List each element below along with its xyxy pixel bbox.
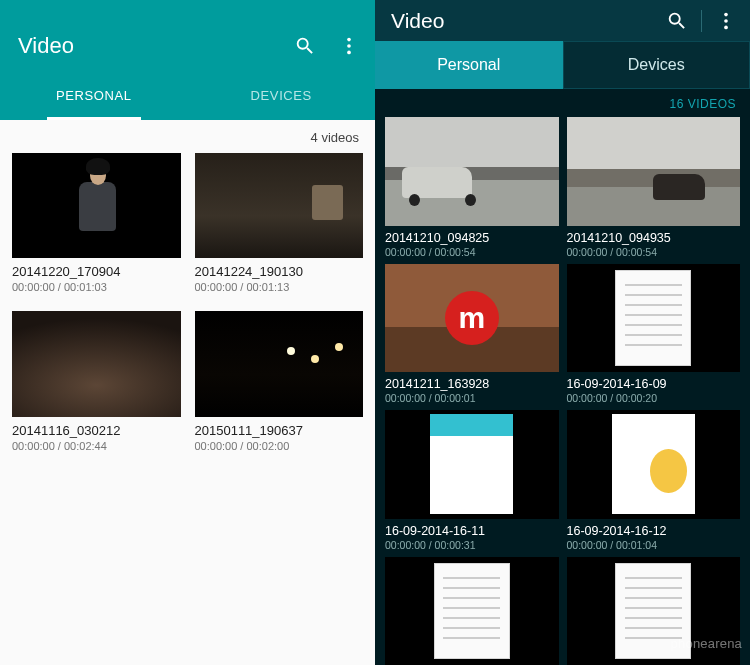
video-item[interactable]: 20141211_163928 00:00:00 / 00:00:01 (385, 264, 559, 404)
separator (701, 10, 702, 32)
video-name: 20141211_163928 (385, 377, 559, 391)
video-duration: 00:00:00 / 00:00:31 (385, 539, 559, 551)
video-item[interactable]: 16-09-2014-16-09 00:00:00 / 00:00:20 (567, 264, 741, 404)
video-name: 20141116_030212 (12, 423, 181, 438)
tab-devices[interactable]: Devices (563, 41, 751, 89)
video-duration: 00:00:00 / 00:00:20 (567, 392, 741, 404)
video-item[interactable]: 16-09-2014-16-12 00:00:00 / 00:01:04 (567, 410, 741, 550)
video-name: 20141210_094825 (385, 231, 559, 245)
svg-point-3 (724, 12, 728, 16)
tab-personal[interactable]: Personal (375, 41, 563, 89)
left-video-app: Video PERSONAL DEVICES 4 videos 20141220… (0, 0, 375, 665)
svg-point-2 (347, 51, 351, 55)
svg-point-0 (347, 38, 351, 42)
video-duration: 00:00:00 / 00:02:00 (195, 440, 364, 452)
video-name: 20150111_190637 (195, 423, 364, 438)
svg-point-4 (724, 19, 728, 23)
video-name: 20141220_170904 (12, 264, 181, 279)
video-thumbnail (567, 557, 741, 665)
video-thumbnail (385, 410, 559, 518)
more-icon[interactable] (714, 9, 738, 33)
video-item[interactable]: 16-09-2014-16-11 00:00:00 / 00:00:31 (385, 410, 559, 550)
tab-bar: PERSONAL DEVICES (0, 74, 375, 120)
video-count: 4 videos (0, 120, 375, 149)
app-title: Video (18, 33, 293, 59)
svg-point-1 (347, 44, 351, 48)
video-name: 16-09-2014-16-12 (567, 524, 741, 538)
video-thumbnail (195, 311, 364, 416)
video-duration: 00:00:00 / 00:00:01 (385, 392, 559, 404)
video-item[interactable] (567, 557, 741, 665)
appbar: Video (375, 0, 750, 41)
video-item[interactable] (385, 557, 559, 665)
svg-point-5 (724, 25, 728, 29)
appbar-actions (665, 9, 738, 33)
video-count: 16 VIDEOS (375, 89, 750, 117)
video-thumbnail (567, 410, 741, 518)
tab-bar: Personal Devices (375, 41, 750, 89)
video-name: 20141224_190130 (195, 264, 364, 279)
video-item[interactable]: 20141220_170904 00:00:00 / 00:01:03 (12, 153, 181, 293)
video-duration: 00:00:00 / 00:01:03 (12, 281, 181, 293)
tab-devices[interactable]: DEVICES (188, 74, 376, 120)
video-item[interactable]: 20141210_094935 00:00:00 / 00:00:54 (567, 117, 741, 257)
video-duration: 00:00:00 / 00:01:04 (567, 539, 741, 551)
video-item[interactable]: 20141210_094825 00:00:00 / 00:00:54 (385, 117, 559, 257)
video-thumbnail (567, 264, 741, 372)
video-name: 20141210_094935 (567, 231, 741, 245)
video-name: 16-09-2014-16-11 (385, 524, 559, 538)
more-icon[interactable] (337, 34, 361, 58)
video-duration: 00:00:00 / 00:02:44 (12, 440, 181, 452)
video-thumbnail (567, 117, 741, 225)
video-thumbnail (12, 153, 181, 258)
video-thumbnail (385, 557, 559, 665)
video-item[interactable]: 20141116_030212 00:00:00 / 00:02:44 (12, 311, 181, 451)
tab-personal[interactable]: PERSONAL (0, 74, 188, 120)
video-item[interactable]: 20150111_190637 00:00:00 / 00:02:00 (195, 311, 364, 451)
video-grid: 20141210_094825 00:00:00 / 00:00:54 2014… (375, 117, 750, 665)
search-icon[interactable] (293, 34, 317, 58)
video-thumbnail (12, 311, 181, 416)
appbar-actions (293, 34, 361, 58)
video-thumbnail (195, 153, 364, 258)
video-duration: 00:00:00 / 00:00:54 (385, 246, 559, 258)
video-thumbnail (385, 117, 559, 225)
video-grid: 20141220_170904 00:00:00 / 00:01:03 2014… (0, 149, 375, 456)
search-icon[interactable] (665, 9, 689, 33)
appbar: Video (0, 0, 375, 74)
video-item[interactable]: 20141224_190130 00:00:00 / 00:01:13 (195, 153, 364, 293)
video-thumbnail (385, 264, 559, 372)
video-duration: 00:00:00 / 00:01:13 (195, 281, 364, 293)
video-name: 16-09-2014-16-09 (567, 377, 741, 391)
video-duration: 00:00:00 / 00:00:54 (567, 246, 741, 258)
app-title: Video (391, 9, 665, 33)
right-video-app: Video Personal Devices 16 VIDEOS 2014121… (375, 0, 750, 665)
